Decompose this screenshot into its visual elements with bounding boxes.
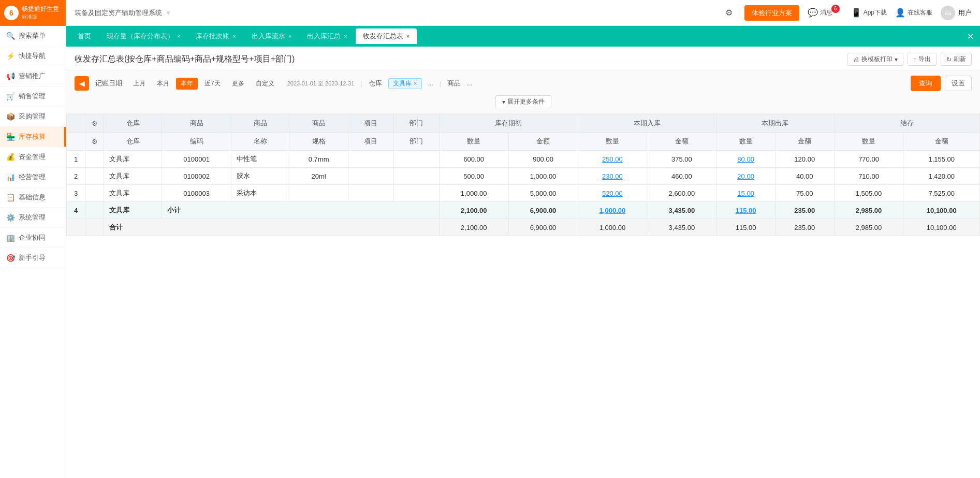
subtotal-balance-qty: 2,985.00 — [834, 202, 903, 219]
online-service-action[interactable]: 👤 在线客服 — [895, 8, 932, 18]
th-balance-amt: 金额 — [903, 133, 980, 151]
tab-label: 收发存汇总表 — [363, 32, 403, 41]
sidebar-item-marketing[interactable]: 📢营销推广 — [0, 66, 66, 86]
sidebar-item-operation[interactable]: 📊经营管理 — [0, 167, 66, 187]
filter-toggle-button[interactable]: ◀ — [75, 76, 89, 91]
tab-首页[interactable]: 首页 — [70, 28, 98, 44]
tab-label: 出入库汇总 — [307, 32, 341, 41]
subtotal-inbound-qty[interactable]: 1,000.00 — [578, 202, 647, 219]
print-button[interactable]: 🖨 换模板打印 ▾ — [847, 53, 903, 66]
cell-inbound-qty[interactable]: 250.00 — [578, 151, 647, 168]
date-options: 上月本月本年近7天更多自定义 — [128, 78, 279, 90]
logo-icon: 6 — [4, 6, 19, 20]
cell-opening-qty: 500.00 — [439, 168, 508, 185]
cell-spec: 20ml — [289, 168, 348, 185]
sidebar-label-finance: 资金管理 — [19, 152, 46, 162]
goods-more-btn[interactable]: ... — [467, 80, 472, 87]
th-settings[interactable]: ⚙ — [85, 114, 104, 133]
cell-outbound-qty[interactable]: 15.00 — [716, 185, 776, 202]
sidebar-item-finance[interactable]: 💰资金管理 — [0, 147, 66, 167]
print-icon: 🖨 — [853, 56, 859, 63]
cell-outbound-amt: 40.00 — [775, 168, 834, 185]
cell-outbound-qty[interactable]: 80.00 — [716, 151, 776, 168]
cell-name: 中性笔 — [231, 151, 289, 168]
message-badge: 6 — [831, 5, 840, 13]
th-settings2[interactable]: ⚙ — [85, 133, 104, 151]
date-btn-更多[interactable]: 更多 — [227, 78, 249, 90]
settings-icon[interactable]: ⚙ — [722, 6, 736, 20]
date-btn-本月[interactable]: 本月 — [152, 78, 174, 90]
data-table-container: ⚙ 仓库 商品 商品 商品 项目 部门 库存期初 本期入库 本期出库 结存 — [66, 114, 980, 478]
expand-filter-button[interactable]: ▾ 展开更多条件 — [495, 95, 551, 108]
date-btn-本年[interactable]: 本年 — [176, 78, 198, 90]
sidebar-item-sales[interactable]: 🛒销售管理 — [0, 86, 66, 107]
export-icon: ↑ — [913, 56, 916, 63]
date-btn-近7天[interactable]: 近7天 — [200, 78, 225, 90]
warehouse-more-btn[interactable]: ... — [428, 80, 433, 87]
sidebar-item-quick-nav[interactable]: ⚡快捷导航 — [0, 46, 66, 66]
tab-库存批次账[interactable]: 库存批次账× — [188, 28, 243, 44]
subtotal-warehouse: 文具库 — [104, 202, 162, 219]
purchase-icon: 📦 — [6, 112, 14, 121]
sidebar-item-newbie[interactable]: 🎯新手引导 — [0, 248, 66, 268]
subtotal-outbound-qty[interactable]: 115.00 — [716, 202, 776, 219]
th-inbound-amt: 金额 — [647, 133, 716, 151]
sidebar-item-purchase[interactable]: 📦采购管理 — [0, 107, 66, 127]
user-action[interactable]: Ea 用户 — [941, 6, 972, 20]
cell-dept — [393, 185, 439, 202]
tab-收发存汇总表[interactable]: 收发存汇总表× — [356, 28, 417, 44]
page-header-actions: 🖨 换模板打印 ▾ ↑ 导出 ↻ 刷新 — [847, 53, 972, 66]
tab-close-icon[interactable]: × — [288, 34, 291, 39]
th-outbound-qty: 数量 — [716, 133, 776, 151]
th-dept2: 部门 — [393, 133, 439, 151]
table-row: 1 文具库 0100001 中性笔 0.7mm 600.00 900.00 25… — [67, 151, 980, 168]
tab-出入库汇总[interactable]: 出入库汇总× — [300, 28, 354, 44]
sidebar-item-enterprise[interactable]: 🏢企业协同 — [0, 228, 66, 248]
date-btn-上月[interactable]: 上月 — [128, 78, 150, 90]
warehouse-tag[interactable]: 文具库 × — [388, 78, 422, 89]
export-button[interactable]: ↑ 导出 — [908, 53, 937, 66]
tab-close-icon[interactable]: × — [177, 34, 180, 39]
cell-outbound-qty[interactable]: 20.00 — [716, 168, 776, 185]
date-btn-自定义[interactable]: 自定义 — [251, 78, 279, 90]
filter-setting-button[interactable]: 设置 — [945, 76, 972, 91]
sidebar-item-basic[interactable]: 📋基础信息 — [0, 187, 66, 208]
warehouse-tag-close[interactable]: × — [414, 80, 417, 87]
sidebar-item-inventory[interactable]: 🏪库存核算 — [0, 127, 66, 147]
expand-icon: ▾ — [502, 98, 505, 106]
message-action[interactable]: 💬 消息 6 — [808, 8, 843, 18]
cell-opening-amt: 5,000.00 — [508, 185, 578, 202]
refresh-button[interactable]: ↻ 刷新 — [941, 53, 972, 66]
tabbar-close-icon[interactable]: ✕ — [965, 30, 976, 44]
total-label: 合计 — [104, 219, 440, 236]
subtotal-outbound-amt: 235.00 — [775, 202, 834, 219]
trial-button[interactable]: 体验行业方案 — [744, 5, 799, 21]
sidebar-item-system[interactable]: ⚙️系统管理 — [0, 208, 66, 228]
total-settings — [85, 219, 104, 236]
data-table: ⚙ 仓库 商品 商品 商品 项目 部门 库存期初 本期入库 本期出库 结存 — [66, 114, 980, 236]
sidebar-item-search[interactable]: 🔍搜索菜单 — [0, 26, 66, 46]
cell-warehouse: 文具库 — [104, 151, 162, 168]
cell-inbound-qty[interactable]: 230.00 — [578, 168, 647, 185]
topbar-title: 装备及固定资产辅助管理系统 ▾ — [75, 8, 713, 18]
total-opening-qty: 2,100.00 — [439, 219, 508, 236]
app-download-action[interactable]: 📱 App下载 — [851, 8, 887, 18]
tab-close-icon[interactable]: × — [406, 34, 409, 39]
cell-no: 3 — [67, 185, 85, 202]
date-range: 2023-01-01 至 2023-12-31 — [287, 80, 355, 88]
sales-icon: 🛒 — [6, 92, 14, 100]
cell-warehouse: 文具库 — [104, 185, 162, 202]
tab-close-icon[interactable]: × — [232, 34, 236, 39]
tab-现存量-库存分布表-[interactable]: 现存量（库存分布表）× — [99, 28, 187, 44]
cell-settings — [85, 168, 104, 185]
cell-spec: 0.7mm — [289, 151, 348, 168]
tab-close-icon[interactable]: × — [344, 34, 347, 39]
total-balance-qty: 2,985.00 — [834, 219, 903, 236]
cell-balance-qty: 1,505.00 — [834, 185, 903, 202]
app-download-label: App下载 — [864, 8, 887, 17]
tab-出入库流水[interactable]: 出入库流水× — [244, 28, 299, 44]
sidebar-label-system: 系统管理 — [19, 213, 46, 222]
cell-dept — [393, 151, 439, 168]
query-button[interactable]: 查询 — [911, 76, 941, 91]
cell-inbound-qty[interactable]: 520.00 — [578, 185, 647, 202]
